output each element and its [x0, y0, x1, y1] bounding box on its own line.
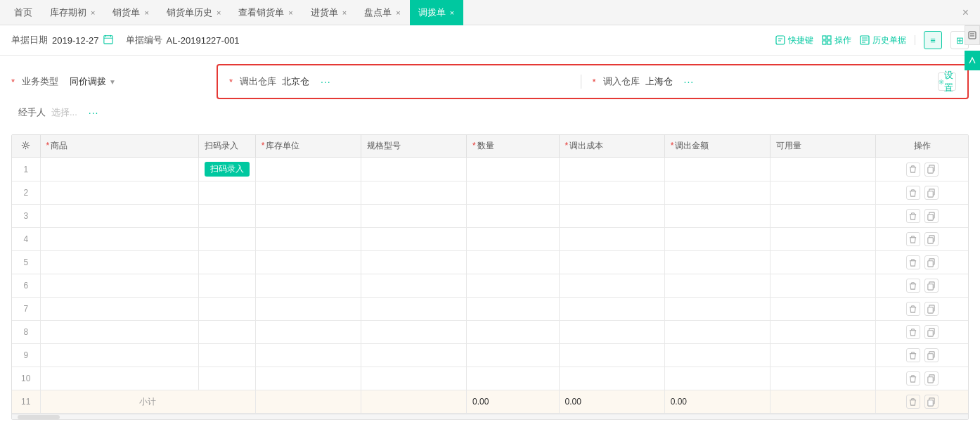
row-5-available[interactable] [770, 251, 875, 274]
row-10-copy-icon[interactable] [924, 371, 939, 386]
row-3-qty[interactable] [467, 205, 559, 228]
row-6-cost[interactable] [559, 274, 664, 298]
row-4-amount[interactable] [664, 228, 770, 251]
right-panel-expand-btn[interactable] [965, 51, 980, 70]
row-8-product[interactable] [40, 321, 198, 344]
row-2-delete-icon[interactable] [906, 186, 920, 200]
row-1-cost[interactable] [559, 158, 664, 181]
row-3-delete-icon[interactable] [906, 209, 920, 223]
row-4-qty[interactable] [467, 228, 559, 251]
row-6-spec[interactable] [361, 274, 466, 298]
th-gear[interactable] [12, 135, 40, 158]
row-6-unit[interactable] [255, 274, 361, 298]
row-4-product[interactable] [40, 228, 198, 251]
tab-inventory-init[interactable]: 库存期初 × [41, 0, 104, 25]
tab-purchase-order[interactable]: 进货单 × [302, 0, 356, 25]
row-10-spec[interactable] [361, 367, 466, 390]
transfer-in-value[interactable]: 上海仓 [645, 75, 673, 88]
row-10-delete-icon[interactable] [906, 371, 920, 386]
row-9-amount[interactable] [664, 344, 770, 367]
row-8-available[interactable] [770, 321, 875, 344]
row-5-spec[interactable] [361, 251, 466, 274]
row-9-spec[interactable] [361, 344, 466, 367]
row-1-copy-icon[interactable] [924, 163, 939, 177]
row-2-amount[interactable] [664, 181, 770, 205]
row-10-cost[interactable] [559, 367, 664, 390]
tab-close-transfer[interactable]: × [450, 8, 454, 17]
tab-home[interactable]: 首页 [6, 0, 41, 25]
row-8-unit[interactable] [255, 321, 361, 344]
row-2-product[interactable] [40, 181, 198, 205]
row-8-copy-icon[interactable] [924, 325, 939, 339]
action-button[interactable]: 操作 [822, 34, 851, 46]
row-2-available[interactable] [770, 181, 875, 205]
tab-sales-order[interactable]: 销货单 × [104, 0, 157, 25]
subtotal-delete-icon[interactable] [906, 395, 920, 409]
row-6-copy-icon[interactable] [924, 279, 939, 293]
row-8-cost[interactable] [559, 321, 664, 344]
row-6-delete-icon[interactable] [906, 279, 920, 293]
tab-close-purchase-order[interactable]: × [342, 8, 347, 17]
row-3-amount[interactable] [664, 205, 770, 228]
row-5-cost[interactable] [559, 251, 664, 274]
layout-list-button[interactable]: ≡ [924, 31, 942, 49]
tab-close-inventory-check[interactable]: × [396, 8, 400, 17]
shortcut-button[interactable]: 快捷键 [775, 34, 813, 46]
horizontal-scrollbar[interactable] [12, 414, 968, 419]
tab-sales-history[interactable]: 销货单历史 × [158, 0, 230, 25]
tab-close-sales-history[interactable]: × [217, 8, 221, 17]
row-6-amount[interactable] [664, 274, 770, 298]
row-5-product[interactable] [40, 251, 198, 274]
row-1-delete-icon[interactable] [906, 163, 920, 177]
row-10-qty[interactable] [467, 367, 559, 390]
row-1-qty[interactable] [467, 158, 559, 181]
row-2-unit[interactable] [255, 181, 361, 205]
row-7-copy-icon[interactable] [924, 302, 939, 316]
tab-close-inventory-init[interactable]: × [91, 8, 95, 17]
row-4-available[interactable] [770, 228, 875, 251]
transfer-in-more-button[interactable]: ··· [678, 76, 700, 87]
row-6-available[interactable] [770, 274, 875, 298]
date-value[interactable]: 2019-12-27 [52, 35, 99, 46]
row-9-unit[interactable] [255, 344, 361, 367]
settings-button[interactable]: 设置 [938, 72, 956, 91]
row-5-copy-icon[interactable] [924, 255, 939, 269]
scan-button[interactable]: 扫码录入 [205, 162, 250, 177]
row-8-spec[interactable] [361, 321, 466, 344]
handler-more-button[interactable]: ··· [83, 107, 105, 118]
row-6-qty[interactable] [467, 274, 559, 298]
calendar-icon[interactable] [103, 34, 115, 46]
transfer-out-more-button[interactable]: ··· [315, 76, 337, 87]
row-4-copy-icon[interactable] [924, 232, 939, 246]
row-3-cost[interactable] [559, 205, 664, 228]
row-3-copy-icon[interactable] [924, 209, 939, 223]
business-type-select[interactable]: 同价调拨 ▼ [64, 72, 194, 91]
tab-inventory-check[interactable]: 盘点单 × [356, 0, 409, 25]
row-7-spec[interactable] [361, 298, 466, 321]
row-2-cost[interactable] [559, 181, 664, 205]
row-8-amount[interactable] [664, 321, 770, 344]
row-9-product[interactable] [40, 344, 198, 367]
row-2-copy-icon[interactable] [924, 186, 939, 200]
row-4-cost[interactable] [559, 228, 664, 251]
transfer-out-value[interactable]: 北京仓 [282, 75, 309, 88]
row-2-qty[interactable] [467, 181, 559, 205]
row-8-delete-icon[interactable] [906, 325, 920, 339]
row-5-qty[interactable] [467, 251, 559, 274]
row-9-delete-icon[interactable] [906, 348, 920, 362]
row-1-amount[interactable] [664, 158, 770, 181]
row-1-spec[interactable] [361, 158, 466, 181]
row-5-amount[interactable] [664, 251, 770, 274]
row-10-unit[interactable] [255, 367, 361, 390]
row-6-product[interactable] [40, 274, 198, 298]
row-3-unit[interactable] [255, 205, 361, 228]
row-3-available[interactable] [770, 205, 875, 228]
tab-view-sales[interactable]: 查看销货单 × [230, 0, 302, 25]
row-9-cost[interactable] [559, 344, 664, 367]
tab-close-view-sales[interactable]: × [288, 8, 292, 17]
row-3-spec[interactable] [361, 205, 466, 228]
row-4-delete-icon[interactable] [906, 232, 920, 246]
row-9-copy-icon[interactable] [924, 348, 939, 362]
row-7-delete-icon[interactable] [906, 302, 920, 316]
row-10-amount[interactable] [664, 367, 770, 390]
